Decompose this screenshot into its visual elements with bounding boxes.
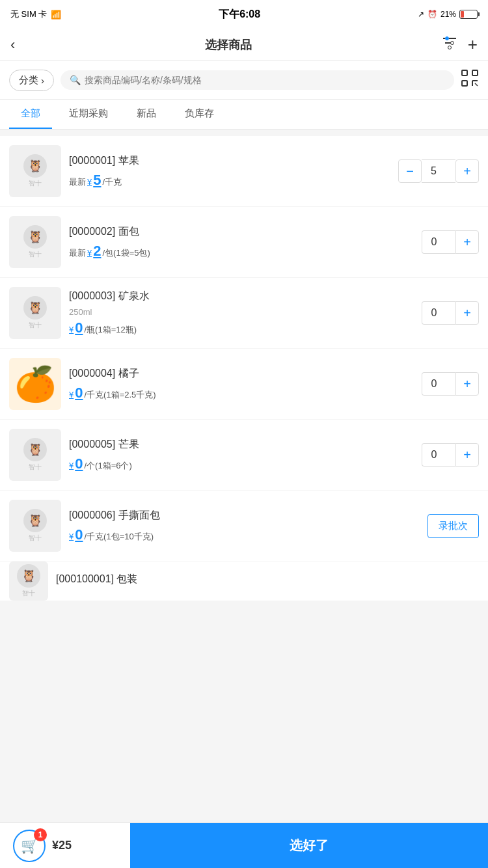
quantity-input[interactable] [422, 443, 455, 467]
product-name: [0000004] 橘子 [69, 367, 414, 381]
quantity-input[interactable] [422, 159, 455, 183]
list-item: 🍊 [0000004] 橘子 ¥ 0 /千克(1箱=2.5千克) + [0, 349, 488, 419]
tab-bar: 全部 近期采购 新品 负库存 [0, 100, 488, 129]
status-right: ↗ ⏰ 21% [418, 10, 478, 19]
price-per: /千克(1箱=2.5千克) [84, 389, 156, 401]
list-item: 🦉 智十 [000100001] 包装 [0, 562, 488, 601]
owl-icon: 🦉 [23, 438, 47, 461]
quantity-control: − + [398, 159, 479, 183]
cart-section: 🛒 1 ¥25 [0, 830, 130, 862]
quantity-input[interactable] [422, 230, 455, 254]
product-price-row: ¥ 0 /个(1箱=6个) [69, 455, 414, 472]
quantity-control: + [422, 230, 479, 254]
product-thumbnail: 🦉 智十 [9, 287, 61, 339]
owl-icon: 🦉 [17, 564, 40, 588]
product-price-row: ¥ 0 /千克(1箱=2.5千克) [69, 385, 414, 401]
price-value: 0 [75, 319, 83, 336]
svg-line-11 [475, 83, 478, 86]
cart-total: ¥25 [52, 839, 72, 852]
product-info: [0000003] 矿泉水 250ml ¥ 0 /瓶(1箱=12瓶) [69, 290, 414, 336]
alarm-icon: ⏰ [427, 10, 437, 19]
tab-all[interactable]: 全部 [9, 100, 52, 129]
price-per: /千克(1包=10千克) [84, 531, 154, 543]
product-info: [0000002] 面包 最新 ¥ 2 /包(1袋=5包) [69, 225, 414, 260]
bottom-bar: 🛒 1 ¥25 选好了 [0, 822, 488, 868]
price-value: 0 [75, 455, 83, 472]
search-input-wrap: 🔍 [61, 70, 454, 90]
list-item: 🦉 智十 [0000005] 芒果 ¥ 0 /个(1箱=6个) + [0, 420, 488, 490]
product-thumbnail: 🦉 智十 [9, 216, 61, 268]
product-name: [0000003] 矿泉水 [69, 290, 414, 303]
svg-rect-6 [462, 70, 467, 75]
increase-button[interactable]: + [455, 159, 479, 183]
product-name: [0000006] 手撕面包 [69, 509, 420, 522]
increase-button[interactable]: + [455, 301, 479, 325]
battery-icon [459, 10, 478, 19]
owl-icon: 🦉 [23, 509, 47, 532]
battery-percent: 21% [441, 10, 456, 19]
quantity-input[interactable] [422, 301, 455, 325]
search-icon: 🔍 [70, 75, 81, 85]
increase-button[interactable]: + [455, 443, 479, 467]
price-label: 最新 [69, 247, 86, 259]
price-value: 2 [93, 243, 101, 260]
product-thumbnail: 🍊 [9, 358, 61, 410]
batch-button[interactable]: 录批次 [427, 514, 479, 538]
quantity-control: + [422, 443, 479, 467]
product-thumbnail: 🦉 智十 [9, 562, 48, 601]
product-spec: 250ml [69, 307, 414, 317]
price-symbol: ¥ [87, 248, 92, 258]
tab-negative[interactable]: 负库存 [173, 100, 226, 129]
product-name: [000100001] 包装 [56, 573, 479, 586]
product-info: [0000005] 芒果 ¥ 0 /个(1箱=6个) [69, 438, 414, 472]
price-per: /包(1袋=5包) [102, 247, 150, 259]
list-item: 🦉 智十 [0000001] 苹果 最新 ¥ 5 /千克 − + [0, 136, 488, 206]
product-name: [0000001] 苹果 [69, 154, 390, 168]
product-name: [0000002] 面包 [69, 225, 414, 239]
search-input[interactable] [85, 75, 445, 85]
product-price-row: ¥ 0 /千克(1包=10千克) [69, 526, 420, 543]
owl-icon: 🦉 [23, 154, 47, 178]
confirm-button[interactable]: 选好了 [130, 823, 488, 869]
tab-recent[interactable]: 近期采购 [57, 100, 120, 129]
carrier-text: 无 SIM 卡 [10, 8, 47, 20]
price-symbol: ¥ [69, 390, 74, 400]
add-button[interactable]: + [468, 34, 478, 55]
quantity-input[interactable] [422, 372, 455, 396]
batch-button-wrap: 录批次 [427, 514, 479, 538]
product-info: [0000004] 橘子 ¥ 0 /千克(1箱=2.5千克) [69, 367, 414, 401]
header-right: + [442, 34, 478, 55]
increase-button[interactable]: + [455, 372, 479, 396]
decrease-button[interactable]: − [398, 159, 422, 183]
product-price-row: 最新 ¥ 2 /包(1袋=5包) [69, 243, 414, 260]
svg-point-3 [445, 37, 448, 40]
scan-button[interactable] [461, 69, 479, 91]
back-button[interactable]: ‹ [10, 36, 15, 53]
price-symbol: ¥ [69, 532, 74, 541]
cart-button[interactable]: 🛒 1 [13, 830, 46, 862]
quantity-control: + [422, 301, 479, 325]
product-info: [0000006] 手撕面包 ¥ 0 /千克(1包=10千克) [69, 509, 420, 543]
svg-rect-8 [462, 81, 467, 86]
cart-badge: 1 [34, 828, 47, 841]
svg-point-5 [448, 46, 451, 49]
list-item: 🦉 智十 [0000003] 矿泉水 250ml ¥ 0 /瓶(1箱=12瓶) … [0, 278, 488, 348]
status-time: 下午6:08 [219, 8, 260, 21]
price-value: 0 [75, 385, 83, 401]
category-button[interactable]: 分类 › [9, 70, 54, 91]
product-info: [0000001] 苹果 最新 ¥ 5 /千克 [69, 154, 390, 189]
increase-button[interactable]: + [455, 230, 479, 254]
price-per: /瓶(1箱=12瓶) [84, 324, 137, 336]
tab-new[interactable]: 新品 [125, 100, 168, 129]
price-symbol: ¥ [87, 177, 92, 187]
price-value: 0 [75, 526, 83, 543]
filter-icon[interactable] [442, 36, 457, 53]
product-price-row: ¥ 0 /瓶(1箱=12瓶) [69, 319, 414, 336]
price-label: 最新 [69, 176, 86, 188]
product-thumbnail: 🦉 智十 [9, 145, 61, 197]
page-title: 选择商品 [205, 37, 252, 53]
owl-icon: 🦉 [23, 225, 47, 249]
location-icon: ↗ [418, 10, 424, 19]
product-info: [000100001] 包装 [56, 573, 479, 590]
owl-icon: 🦉 [23, 296, 47, 319]
